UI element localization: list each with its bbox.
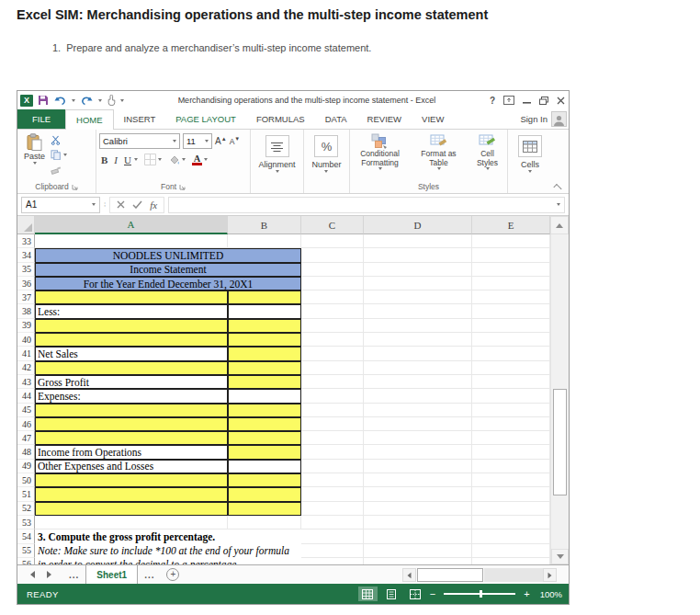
column-header-A[interactable]: A <box>35 216 228 234</box>
horizontal-scroll-left-icon[interactable] <box>402 568 416 582</box>
cell-D37[interactable] <box>364 290 472 304</box>
sheet-overflow-left[interactable]: ... <box>69 570 79 580</box>
cell-D50[interactable] <box>364 473 472 487</box>
cell-C51[interactable] <box>301 487 364 501</box>
cell-A39[interactable] <box>35 319 228 333</box>
font-size-combo[interactable]: 11 <box>183 133 212 149</box>
cell-B44[interactable] <box>228 389 301 403</box>
touch-mode-icon[interactable] <box>107 95 116 106</box>
cell-C48[interactable] <box>301 445 364 459</box>
cell-D56[interactable] <box>364 558 472 564</box>
cell-D44[interactable] <box>364 389 472 403</box>
font-size-dropdown-icon[interactable] <box>205 140 209 142</box>
cell-C56[interactable] <box>301 558 364 564</box>
insert-function-icon[interactable]: fx <box>150 199 157 211</box>
cell-A38[interactable]: Less: <box>35 304 228 318</box>
cell-D55[interactable] <box>364 544 472 558</box>
font-name-combo[interactable]: Calibri <box>99 133 180 149</box>
cell-E43[interactable] <box>472 375 550 389</box>
cell-E47[interactable] <box>472 431 550 445</box>
tab-review[interactable]: REVIEW <box>357 109 412 129</box>
font-color-dropdown-icon[interactable] <box>204 158 208 161</box>
borders-icon[interactable] <box>144 154 156 165</box>
vertical-scroll-thumb[interactable] <box>553 389 567 495</box>
sign-in[interactable]: Sign In <box>520 109 569 129</box>
cell-E53[interactable] <box>472 516 550 530</box>
cell-styles-dropdown-icon[interactable] <box>486 167 490 170</box>
tab-file[interactable]: FILE <box>17 109 65 129</box>
cell-C35[interactable] <box>301 263 364 277</box>
cell-A45[interactable] <box>35 404 228 417</box>
cell-C33[interactable] <box>301 234 364 248</box>
cell-A44[interactable]: Expenses: <box>35 389 228 403</box>
cell-B33[interactable] <box>228 234 301 248</box>
redo-dropdown-icon[interactable] <box>98 99 102 102</box>
cell-E33[interactable] <box>472 234 550 248</box>
prev-sheet-icon[interactable] <box>30 571 35 578</box>
save-icon[interactable] <box>38 95 49 106</box>
cell-B47[interactable] <box>228 431 301 445</box>
clipboard-dialog-launcher-icon[interactable] <box>72 184 78 190</box>
row-header-56[interactable]: 56 <box>17 558 35 564</box>
cell-D54[interactable] <box>364 530 472 543</box>
cell-C42[interactable] <box>301 361 364 375</box>
underline-button[interactable]: U <box>124 154 131 165</box>
sheet-overflow-right[interactable]: ... <box>144 570 154 580</box>
horizontal-scroll-right-icon[interactable] <box>543 568 557 582</box>
cell-B50[interactable] <box>228 473 301 487</box>
cell-C44[interactable] <box>301 389 364 403</box>
cell-E34[interactable] <box>472 248 550 262</box>
cell-E55[interactable] <box>472 544 550 558</box>
cell-D35[interactable] <box>364 263 472 277</box>
cell-A42[interactable] <box>35 361 228 375</box>
tab-data[interactable]: DATA <box>315 109 357 129</box>
cell-C45[interactable] <box>301 404 364 417</box>
vertical-scrollbar[interactable] <box>550 234 569 564</box>
collapse-ribbon-icon[interactable] <box>553 184 561 192</box>
column-header-C[interactable]: C <box>301 216 364 234</box>
cell-B41[interactable] <box>228 347 301 360</box>
cell-C41[interactable] <box>301 347 364 360</box>
cell-E45[interactable] <box>472 404 550 417</box>
cell-E42[interactable] <box>472 361 550 375</box>
select-all-corner[interactable] <box>17 216 35 234</box>
row-header-34[interactable]: 34 <box>17 248 35 262</box>
cell-D42[interactable] <box>364 361 472 375</box>
conditional-formatting-dropdown-icon[interactable] <box>378 167 382 170</box>
paste-dropdown-icon[interactable] <box>33 162 37 165</box>
next-sheet-icon[interactable] <box>47 571 51 578</box>
cell-A34-merged[interactable]: NOODLES UNLIMITED <box>35 248 301 262</box>
name-box[interactable]: A1 <box>21 197 100 213</box>
row-header-44[interactable]: 44 <box>17 389 35 403</box>
cell-E41[interactable] <box>472 347 550 360</box>
cell-B45[interactable] <box>228 404 301 417</box>
cells-button[interactable]: Cells <box>514 133 546 175</box>
page-layout-view-icon[interactable] <box>382 587 401 601</box>
cell-D41[interactable] <box>364 347 472 360</box>
alignment-dropdown-icon[interactable] <box>276 170 279 173</box>
conditional-formatting-button[interactable]: Conditional Formatting <box>350 131 411 172</box>
row-header-41[interactable]: 41 <box>17 347 35 360</box>
cell-D38[interactable] <box>364 304 472 318</box>
excel-logo-icon[interactable]: X <box>20 95 33 107</box>
minimize-icon[interactable] <box>523 97 531 104</box>
horizontal-scrollbar[interactable] <box>402 568 557 582</box>
tab-insert[interactable]: INSERT <box>114 109 166 129</box>
cell-E40[interactable] <box>472 333 550 347</box>
column-header-E[interactable]: E <box>472 216 550 234</box>
normal-view-icon[interactable] <box>358 587 378 601</box>
cell-D33[interactable] <box>364 234 472 248</box>
cell-E46[interactable] <box>472 417 550 431</box>
cell-A52[interactable] <box>35 502 228 516</box>
cell-C36[interactable] <box>301 277 364 290</box>
cell-E54[interactable] <box>472 530 550 543</box>
cell-B46[interactable] <box>228 417 301 431</box>
cell-D51[interactable] <box>364 487 472 501</box>
help-icon[interactable]: ? <box>490 96 495 106</box>
cell-C52[interactable] <box>301 502 364 516</box>
cell-A50[interactable] <box>35 473 228 487</box>
cell-B42[interactable] <box>228 361 301 375</box>
vertical-scroll-up-icon[interactable] <box>550 216 569 234</box>
page-break-view-icon[interactable] <box>406 587 425 601</box>
row-header-36[interactable]: 36 <box>17 277 35 290</box>
